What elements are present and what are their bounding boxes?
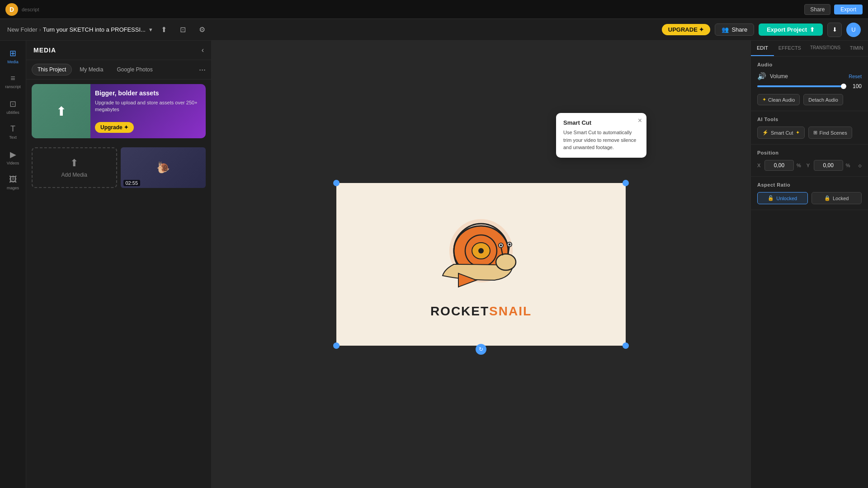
subtitles-icon: ⊡ <box>9 99 16 109</box>
x-pct: % <box>797 163 801 168</box>
upload-icon: ⬆ <box>56 104 66 119</box>
volume-thumb[interactable] <box>841 84 846 89</box>
folder-name[interactable]: New Folder <box>7 26 37 33</box>
svg-point-11 <box>500 244 502 247</box>
ai-tools-section: AI Tools ⚡ Smart Cut ✦ ⊞ Find Scenes <box>751 111 868 145</box>
transcript-label: ranscript <box>5 84 21 89</box>
breadcrumb: New Folder › Turn your SKETCH into a PRO… <box>7 26 152 33</box>
upgrade-banner-heading: Bigger, bolder assets <box>95 89 201 97</box>
audio-section: Audio 🔊 Volume Reset 100 ✦ Clean Audio D… <box>751 56 868 111</box>
x-label: X <box>757 163 762 168</box>
media-panel-collapse[interactable]: ‹ <box>202 46 204 54</box>
volume-slider[interactable] <box>757 85 844 87</box>
snail-illustration <box>436 210 526 300</box>
clean-audio-spark: ✦ <box>762 97 766 103</box>
app-logo: D <box>5 3 18 16</box>
upgrade-button[interactable]: UPGRADE ✦ <box>662 24 711 35</box>
tab-google-photos[interactable]: Google Photos <box>111 64 158 75</box>
text-label: Text <box>9 135 17 140</box>
position-lock-icon[interactable]: ⟐ <box>858 162 862 169</box>
ai-tools-row: ⚡ Smart Cut ✦ ⊞ Find Scenes <box>757 127 862 139</box>
volume-slider-row: 100 <box>757 83 862 89</box>
media-tabs: This Project My Media Google Photos ··· <box>26 60 211 80</box>
sidebar-item-text[interactable]: T Text <box>2 120 24 144</box>
images-label: mages <box>7 186 19 190</box>
handle-bottom-right[interactable] <box>623 343 629 349</box>
handle-top-left[interactable] <box>333 180 340 186</box>
position-title: Position <box>757 150 862 155</box>
tab-transitions[interactable]: TRANSITIONS <box>806 41 845 56</box>
detach-audio-button[interactable]: Detach Audio <box>803 94 843 105</box>
brand-snail: SNAIL <box>489 304 532 318</box>
share-icon: 👥 <box>722 26 729 33</box>
y-input[interactable] <box>814 160 843 171</box>
x-input[interactable] <box>764 160 794 171</box>
main-layout: ⊞ Media ≡ ranscript ⊡ ubtitles T Text ▶ … <box>0 41 868 488</box>
position-section: Position X % Y % ⟐ <box>751 145 868 177</box>
sidebar-item-videos[interactable]: ▶ Videos <box>2 145 24 169</box>
export-button[interactable]: Export Project ⬆ <box>759 23 823 36</box>
media-label: Media <box>7 60 19 64</box>
right-panel: EDIT EFFECTS TRANSITIONS TIMIN Audio 🔊 V… <box>750 41 868 488</box>
find-scenes-button[interactable]: ⊞ Find Scenes <box>808 127 852 139</box>
tab-effects[interactable]: EFFECTS <box>774 41 806 56</box>
handle-top-right[interactable] <box>623 180 629 186</box>
share-topbar-button[interactable]: Share <box>804 4 830 15</box>
unlocked-button[interactable]: 🔓 Unlocked <box>757 192 808 204</box>
sidebar-item-subtitles[interactable]: ⊡ ubtitles <box>2 95 24 118</box>
media-thumbnail[interactable]: 🐌 02:55 <box>121 147 206 188</box>
add-media-card[interactable]: ⬆ Add Media <box>32 147 117 188</box>
smart-cut-close-button[interactable]: × <box>638 117 642 125</box>
avatar[interactable]: U <box>846 23 861 37</box>
ai-tools-title: AI Tools <box>757 117 862 122</box>
clean-audio-button[interactable]: ✦ Clean Audio <box>757 94 800 105</box>
locked-button[interactable]: 🔒 Locked <box>811 192 862 204</box>
media-icon: ⊞ <box>9 48 16 58</box>
tab-timing[interactable]: TIMIN <box>845 41 868 56</box>
brand-text: ROCKETSNAIL <box>430 304 532 319</box>
svg-point-12 <box>508 244 510 246</box>
topbar: D descript Share Export <box>0 0 868 19</box>
breadcrumb-dropdown-icon[interactable]: ▾ <box>149 26 152 33</box>
find-scenes-icon: ⊞ <box>813 130 817 136</box>
subtitle-icon[interactable]: ⊡ <box>176 23 190 37</box>
handle-bottom-left[interactable] <box>333 343 340 349</box>
canvas-wrapper: ROCKETSNAIL ↻ <box>336 183 626 346</box>
y-pct: % <box>846 163 850 168</box>
sidebar-item-transcript[interactable]: ≡ ranscript <box>2 70 24 93</box>
tabs-more-icon[interactable]: ··· <box>199 65 206 75</box>
upgrade-banner-content: Bigger, bolder assets Upgrade to upload … <box>90 84 206 138</box>
y-label: Y <box>807 163 811 168</box>
download-button[interactable]: ⬇ <box>827 23 842 37</box>
volume-icon: 🔊 <box>757 72 766 80</box>
sidebar-item-media[interactable]: ⊞ Media <box>2 44 24 68</box>
transcript-icon: ≡ <box>10 74 15 83</box>
videos-icon: ▶ <box>10 150 16 160</box>
aspect-ratio-section: Aspect Ratio 🔓 Unlocked 🔒 Locked <box>751 177 868 210</box>
media-panel-header: MEDIA ‹ <box>26 41 211 60</box>
add-media-label: Add Media <box>61 172 87 178</box>
share-button[interactable]: 👥 Share <box>715 23 754 36</box>
locked-label: Locked <box>833 196 849 201</box>
clean-audio-label: Clean Audio <box>768 97 795 103</box>
tab-this-project[interactable]: This Project <box>32 64 72 75</box>
smart-cut-button[interactable]: ⚡ Smart Cut ✦ <box>757 127 805 139</box>
breadcrumb-arrow: › <box>39 26 41 33</box>
upgrade-banner-btn[interactable]: Upgrade ✦ <box>95 122 134 133</box>
settings-icon[interactable]: ⚙ <box>195 23 209 37</box>
smart-cut-btn-spark2: ✦ <box>796 130 800 136</box>
subtitles-label: ubtitles <box>6 110 19 115</box>
images-icon: 🖼 <box>9 175 17 184</box>
tab-edit[interactable]: EDIT <box>751 41 774 56</box>
rocketsnail-logo: ROCKETSNAIL <box>430 210 532 319</box>
export-topbar-button[interactable]: Export <box>834 5 863 14</box>
upload-icon[interactable]: ⬆ <box>157 23 171 37</box>
share-label: Share <box>731 26 747 33</box>
reset-button[interactable]: Reset <box>849 74 862 79</box>
tab-my-media[interactable]: My Media <box>74 64 109 75</box>
sidebar-item-images[interactable]: 🖼 mages <box>2 171 24 194</box>
svg-point-6 <box>496 254 516 270</box>
svg-point-5 <box>478 248 484 253</box>
handle-bottom-center[interactable]: ↻ <box>476 344 486 355</box>
export-icon: ⬆ <box>810 26 815 33</box>
